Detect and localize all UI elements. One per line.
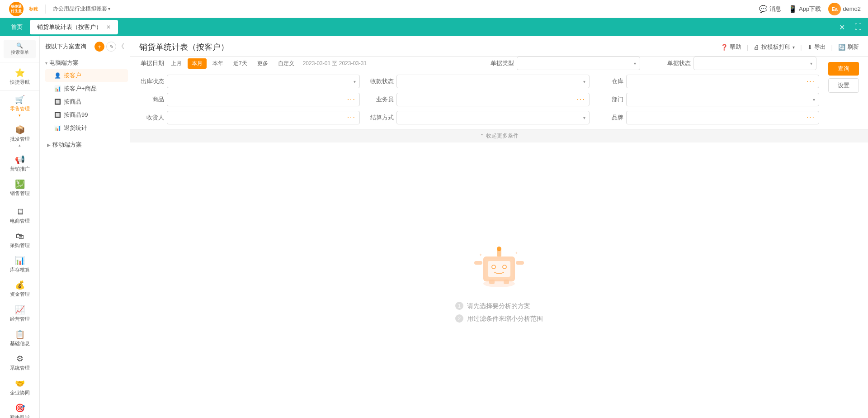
- sidebar-item-finance[interactable]: 💰 资金管理: [0, 276, 39, 301]
- topbar-left: 畅捷通好生意 标账 办公用品行业模拟账套 ▾: [7, 0, 110, 18]
- shortcut-this-year[interactable]: 本年: [208, 58, 227, 69]
- collapse-bar[interactable]: ⌃ 收起更多条件: [130, 129, 868, 142]
- svg-point-7: [503, 266, 506, 268]
- sidebar-item-newbie[interactable]: 🎯 新手引导: [0, 399, 39, 418]
- tab-home[interactable]: 首页: [4, 20, 30, 34]
- enterprise-icon: 🤝: [15, 379, 25, 389]
- by-product-icon: 🔲: [54, 99, 61, 105]
- sidebar-item-inventory[interactable]: 📊 库存核算: [0, 252, 39, 276]
- message-button[interactable]: 💬 消息: [759, 5, 781, 13]
- svg-point-13: [497, 247, 501, 251]
- payment-status-select[interactable]: ▾: [396, 75, 590, 88]
- sidebar-item-sales[interactable]: 💹 销售管理: [0, 176, 39, 200]
- download-icon: 📱: [788, 5, 797, 13]
- shortcut-more[interactable]: 更多: [253, 58, 272, 69]
- sidebar-item-system-label: 系统管理: [10, 365, 30, 371]
- shortcut-this-month[interactable]: 本月: [188, 58, 207, 69]
- sidebar-item-operations[interactable]: 📈 经营管理: [0, 301, 39, 326]
- tab-expand-button[interactable]: ⛶: [852, 21, 864, 33]
- settings-button[interactable]: 设置: [828, 78, 859, 93]
- filter-fields: 单据日期 上月 本月 本年 近7天 更多 自定义 2023-03-01 至 20…: [130, 57, 828, 129]
- svg-point-6: [492, 266, 495, 268]
- sidebar-item-ecommerce[interactable]: 🖥 电商管理: [0, 204, 39, 228]
- tab-sales-stat[interactable]: 销货单统计表（按客户） ✕: [30, 20, 118, 34]
- right-area: 销货单统计表（按客户） ❓ 帮助 | 🖨 按模板打印 ▾ | ⬇: [130, 36, 868, 418]
- scheme-collapse-button[interactable]: 《: [118, 43, 124, 51]
- sidebar-search-button[interactable]: 🔍 搜索菜单: [4, 40, 36, 58]
- product-select[interactable]: ···: [167, 93, 360, 106]
- svg-text:✦: ✦: [515, 251, 518, 255]
- help-button[interactable]: ❓ 帮助: [721, 43, 741, 51]
- help-icon: ❓: [721, 44, 728, 51]
- sidebar-item-basics[interactable]: 📋 基础信息: [0, 326, 39, 350]
- shortcut-last-month[interactable]: 上月: [167, 58, 186, 69]
- filter-query-buttons: 查询 设置: [828, 57, 868, 129]
- refresh-button[interactable]: 🔄 刷新: [838, 43, 859, 51]
- marketing-icon: 📢: [15, 155, 25, 165]
- filter-cell-settlement: 结算方式 ▾: [369, 111, 590, 124]
- shortcut-custom[interactable]: 自定义: [274, 58, 298, 69]
- sidebar-item-retail[interactable]: 🛒 零售管理 ▾: [0, 91, 39, 121]
- filter-cell-salesperson: 业务员 ···: [369, 93, 590, 106]
- out-status-select[interactable]: ▾: [167, 75, 360, 88]
- sidebar-item-system[interactable]: ⚙ 系统管理: [0, 350, 39, 375]
- payment-status-arrow-icon: ▾: [583, 79, 585, 84]
- app-download-button[interactable]: 📱 App下载: [788, 5, 821, 13]
- sidebar-item-wholesale[interactable]: 📦 批发管理 ▴: [0, 121, 39, 151]
- settlement-select[interactable]: ▾: [396, 111, 590, 124]
- sidebar-item-enterprise[interactable]: 🤝 企业协同: [0, 375, 39, 399]
- scheme-item-by-customer-label: 按客户: [64, 71, 81, 80]
- sidebar-item-purchase[interactable]: 🛍 采购管理: [0, 228, 39, 252]
- scheme-item-by-product[interactable]: 🔲 按商品: [45, 95, 128, 108]
- doc-status-select[interactable]: ▾: [693, 57, 816, 70]
- scheme-group-mobile-header[interactable]: ▶ 移动端方案: [40, 138, 130, 151]
- sidebar-item-finance-label: 资金管理: [10, 291, 30, 297]
- receiver-select[interactable]: ···: [167, 111, 360, 124]
- warehouse-dots: ···: [807, 77, 815, 86]
- scheme-group-desktop-header[interactable]: ▾ 电脑端方案: [40, 57, 130, 69]
- warehouse-select[interactable]: ···: [626, 75, 819, 88]
- date-shortcuts: 上月 本月 本年 近7天 更多 自定义: [167, 58, 298, 69]
- export-button[interactable]: ⬇ 导出: [807, 43, 826, 51]
- shortcut-last7days[interactable]: 近7天: [229, 58, 251, 69]
- topbar-account-title[interactable]: 办公用品行业模拟账套 ▾: [53, 5, 110, 13]
- tabbar-actions: ✕ ⛶: [835, 21, 864, 33]
- scheme-edit-button[interactable]: ✎: [106, 42, 116, 52]
- department-select[interactable]: ▾: [626, 93, 819, 106]
- brand-select[interactable]: ···: [626, 111, 819, 124]
- empty-hint-1: 1 请先选择要分析的方案: [455, 299, 530, 312]
- doc-type-select[interactable]: ▾: [517, 57, 640, 70]
- filter-row-1: 出库状态 ▾ 收款状态 ▾: [130, 75, 828, 93]
- date-range-text: 2023-03-01 至 2023-03-31: [303, 60, 367, 67]
- basics-icon: 📋: [15, 329, 25, 339]
- purchase-icon: 🛍: [16, 232, 24, 241]
- sidebar-item-quicknav[interactable]: ⭐ 快捷导航: [0, 64, 39, 89]
- scheme-item-by-product99[interactable]: 🔲 按商品99: [45, 109, 128, 121]
- scheme-item-by-customer[interactable]: 👤 按客户: [45, 69, 128, 82]
- user-menu[interactable]: Ea demo2: [828, 3, 861, 15]
- salesperson-select[interactable]: ···: [396, 93, 590, 106]
- filter-main: 单据日期 上月 本月 本年 近7天 更多 自定义 2023-03-01 至 20…: [130, 57, 868, 129]
- brand-label: 品牌: [599, 114, 623, 122]
- query-button[interactable]: 查询: [828, 62, 859, 76]
- receiver-dots: ···: [347, 114, 356, 122]
- sidebar-item-operations-label: 经营管理: [10, 316, 30, 322]
- scheme-group-desktop-arrow: ▾: [45, 61, 47, 66]
- by-customer-icon: 👤: [54, 72, 61, 79]
- sidebar-item-enterprise-label: 企业协同: [10, 390, 30, 396]
- print-button[interactable]: 🖨 按模板打印 ▾: [754, 43, 795, 51]
- salesperson-dots: ···: [577, 95, 585, 104]
- filter-cell-department: 部门 ▾: [599, 93, 819, 106]
- scheme-item-by-product99-label: 按商品99: [64, 111, 88, 119]
- scheme-add-button[interactable]: +: [94, 42, 104, 52]
- sidebar: 🔍 搜索菜单 ⭐ 快捷导航 🛒 零售管理 ▾ 📦 批发管理 ▴ 📢 营销推广 💹: [0, 36, 40, 418]
- scheme-item-by-customer-product[interactable]: 📊 按客户+商品: [45, 82, 128, 95]
- finance-icon: 💰: [15, 280, 25, 290]
- ecommerce-icon: 🖥: [16, 207, 24, 217]
- tab-close-all-button[interactable]: ✕: [835, 21, 848, 33]
- empty-text: 1 请先选择要分析的方案 2 用过滤条件来缩小分析范围: [455, 299, 543, 325]
- tab-close-icon[interactable]: ✕: [106, 24, 111, 30]
- scheme-item-return-stat[interactable]: 📊 退货统计: [45, 122, 128, 134]
- sidebar-item-marketing[interactable]: 📢 营销推广: [0, 151, 39, 176]
- filter-cell-receiver: 收货人 ···: [139, 111, 360, 124]
